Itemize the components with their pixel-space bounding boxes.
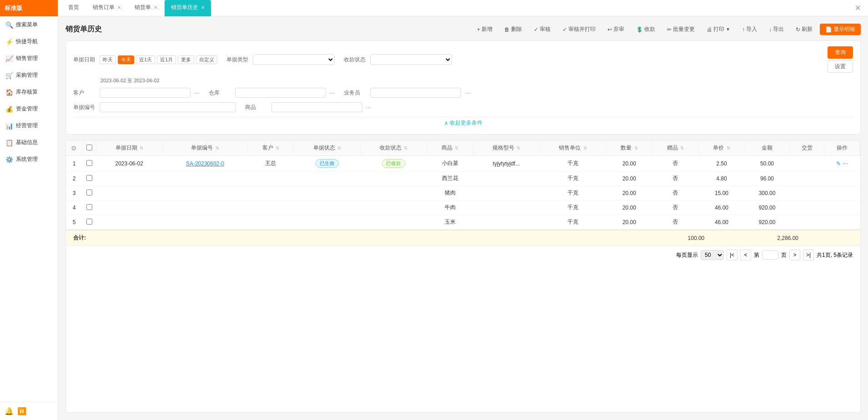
col-customer[interactable]: 客户 ⇅: [247, 140, 294, 156]
refresh-button[interactable]: ↻ 刷新: [791, 24, 817, 35]
table-cell: [247, 186, 294, 200]
table-cell: [473, 186, 539, 200]
date-yesterday-btn[interactable]: 昨天: [100, 55, 116, 64]
warehouse-dots[interactable]: ···: [330, 89, 335, 96]
col-spec[interactable]: 规格型号 ⇅: [473, 140, 539, 156]
table-cell: [360, 200, 426, 215]
sidebar-item-label: 经营管理: [16, 122, 38, 130]
sidebar-item-finance[interactable]: 💰 资金管理: [0, 100, 58, 117]
prev-page-btn[interactable]: <: [740, 250, 751, 260]
close-tab-icon[interactable]: ✕: [154, 5, 157, 10]
col-product[interactable]: 商品 ⇅: [427, 140, 473, 156]
date-7days-btn[interactable]: 近1天: [136, 55, 155, 64]
customer-dots[interactable]: ···: [194, 89, 200, 96]
last-page-btn[interactable]: >|: [803, 250, 814, 260]
tab-home[interactable]: 首页: [62, 0, 85, 16]
doc-number-link[interactable]: SA-20230602-0: [186, 160, 224, 167]
product-input[interactable]: [271, 102, 362, 112]
first-page-btn[interactable]: |<: [727, 250, 738, 260]
pay-status-select[interactable]: [370, 54, 452, 65]
more-icon[interactable]: ⋯: [843, 160, 848, 167]
sidebar-item-inventory[interactable]: 🏠 库存核算: [0, 84, 58, 100]
row-checkbox[interactable]: [86, 175, 92, 181]
print-button[interactable]: 🖨 打印 ▼: [702, 24, 735, 35]
tab-sales-delivery[interactable]: 销货单 ✕: [128, 0, 164, 16]
row-checkbox[interactable]: [86, 160, 92, 166]
table-cell: 否: [652, 171, 699, 186]
date-custom-btn[interactable]: 自定义: [196, 55, 217, 64]
export-button[interactable]: ↓ 导出: [764, 24, 788, 35]
row-checkbox[interactable]: [86, 190, 92, 195]
import-button[interactable]: ↑ 导入: [738, 24, 762, 35]
customer-input[interactable]: [100, 88, 191, 98]
table-cell: [360, 171, 426, 186]
tab-sales-order[interactable]: 销售订单 ✕: [86, 0, 127, 16]
print-icon: 🖨: [707, 26, 712, 33]
sidebar-item-label: 资金管理: [16, 105, 38, 113]
pause-icon[interactable]: ⏸️: [17, 407, 26, 415]
doc-type-select[interactable]: [253, 54, 335, 65]
new-button[interactable]: + 新增: [472, 24, 497, 35]
date-1month-btn[interactable]: 近1月: [157, 55, 176, 64]
tab-label: 销售订单: [93, 4, 115, 11]
table-cell: 猪肉: [427, 186, 473, 200]
total-qty: 100.00: [688, 235, 723, 241]
sidebar-item-basic-info[interactable]: 📋 基础信息: [0, 134, 58, 151]
notification-icon[interactable]: 🔔: [5, 407, 14, 415]
sidebar-item-sys-mgmt[interactable]: ⚙️ 系统管理: [0, 151, 58, 168]
col-pay-status[interactable]: 收款状态 ⇅: [360, 140, 426, 156]
row-checkbox[interactable]: [86, 204, 92, 210]
col-doc-status[interactable]: 单据状态 ⇅: [294, 140, 360, 156]
date-today-btn[interactable]: 今天: [118, 55, 134, 64]
sidebar-item-quick-nav[interactable]: ⚡ 快捷导航: [0, 33, 58, 50]
audit-print-button[interactable]: ✓ 审核并打印: [558, 24, 600, 35]
close-all-tabs-icon[interactable]: ✕: [851, 4, 864, 12]
filter-doc-type: 单据类型: [226, 54, 335, 65]
query-button[interactable]: 查询: [828, 46, 853, 59]
select-all-checkbox[interactable]: [86, 145, 92, 150]
tab-sales-history[interactable]: 销货单历史 ✕: [165, 0, 211, 16]
col-unit[interactable]: 销售单位 ⇅: [540, 140, 606, 156]
doc-number-input[interactable]: [100, 102, 236, 112]
col-gift[interactable]: 赠品 ⇅: [652, 140, 699, 156]
collect-button[interactable]: 💲 收款: [632, 24, 660, 35]
sidebar-item-label: 搜索菜单: [16, 21, 38, 29]
row-checkbox[interactable]: [86, 219, 92, 225]
delete-button[interactable]: 🗑 删除: [500, 24, 527, 35]
date-more-btn[interactable]: 更多: [178, 55, 194, 64]
page-unit: 页: [781, 251, 787, 259]
current-page-input[interactable]: 1: [762, 250, 778, 260]
show-detail-button[interactable]: 📄 显示明细: [820, 24, 861, 35]
audit-button[interactable]: ✓ 审核: [529, 24, 555, 35]
table-cell: 否: [652, 215, 699, 230]
settings-button[interactable]: 设置: [828, 60, 853, 73]
page-size-select[interactable]: 50 100 200: [701, 250, 724, 260]
table-cell: [247, 215, 294, 230]
settings-gear-icon[interactable]: ⚙: [71, 145, 77, 152]
close-tab-icon[interactable]: ✕: [117, 5, 121, 10]
col-date[interactable]: 单据日期 ⇅: [96, 140, 162, 156]
next-page-btn[interactable]: >: [789, 250, 800, 260]
salesperson-dots[interactable]: ···: [465, 89, 470, 96]
edit-icon[interactable]: ✎: [836, 160, 841, 167]
product-dots[interactable]: ···: [366, 104, 371, 111]
abandon-icon: ↩: [607, 26, 612, 33]
sidebar-item-search-menu[interactable]: 🔍 搜索菜单: [0, 16, 58, 33]
col-qty[interactable]: 数量 ⇅: [606, 140, 652, 156]
sidebar-item-sales-mgmt[interactable]: 📈 销售管理: [0, 50, 58, 67]
collapse-btn[interactable]: ∧ 收起更多条件: [73, 117, 853, 129]
table-cell: 20.00: [606, 186, 652, 200]
table-cell: [360, 215, 426, 230]
col-number[interactable]: 单据编号 ⇅: [162, 140, 247, 156]
abandon-button[interactable]: ↩ 弃审: [603, 24, 629, 35]
salesperson-input[interactable]: [370, 88, 461, 98]
sidebar-item-purchase-mgmt[interactable]: 🛒 采购管理: [0, 67, 58, 84]
col-settings[interactable]: ⚙: [66, 140, 82, 156]
col-price[interactable]: 单价 ⇅: [698, 140, 745, 156]
warehouse-input[interactable]: [235, 88, 326, 98]
table-cell: [96, 200, 162, 215]
close-tab-icon[interactable]: ✕: [201, 5, 205, 10]
table-cell: 300.00: [745, 186, 789, 200]
batch-change-button[interactable]: ✏ 批量变更: [662, 24, 699, 35]
sidebar-item-ops[interactable]: 📊 经营管理: [0, 117, 58, 134]
